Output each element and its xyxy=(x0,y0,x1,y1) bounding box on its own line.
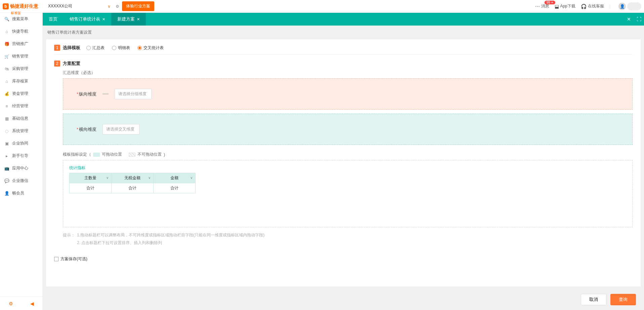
close-icon[interactable]: ✕ xyxy=(137,17,140,22)
metrics-panel: 统计指标 主数量 ∨ 无税金额 ∨ 金额 ∨ xyxy=(63,160,633,227)
tab-new-plan[interactable]: 新建方案 ✕ xyxy=(111,13,146,26)
sidebar-item-label: 库存核算 xyxy=(12,78,28,84)
sidebar-item-sales-manage[interactable]: 🛒销售管理 xyxy=(0,50,42,63)
swatch-not-draggable xyxy=(129,153,135,157)
vertical-dim-label: *纵向维度 xyxy=(77,91,96,97)
tab-sales-order-stats[interactable]: 销售订单统计表 ✕ xyxy=(64,13,111,26)
sidebar-item-label: 系统管理 xyxy=(12,128,28,134)
sidebar-item-member[interactable]: 👤畅会员 xyxy=(0,187,42,199)
tab-home[interactable]: 首页 xyxy=(43,13,64,26)
radio-icon xyxy=(86,46,91,50)
basic-info-icon: ▦ xyxy=(4,116,9,121)
sidebar-item-app-center[interactable]: 📺应用中心 xyxy=(0,162,42,175)
tips-block: 提示： 1.拖动标题栏可以调整布局，不可跨维度或指标区域拖动栏目字段(只能在同一… xyxy=(63,231,633,247)
sidebar-item-label: 经营管理 xyxy=(12,103,28,109)
vertical-dim-input[interactable]: 请选择分组维度 xyxy=(115,89,152,99)
radio-icon xyxy=(137,46,142,50)
gear-icon[interactable]: ⚙ xyxy=(116,4,119,9)
member-icon: 👤 xyxy=(4,191,9,196)
close-icon[interactable]: ✕ xyxy=(102,17,105,22)
company-selector[interactable]: XXXXXX公司 ∨ xyxy=(46,2,113,10)
logo-area[interactable]: b 畅捷通好生意 标准版 xyxy=(3,3,43,9)
sidebar-item-label: 基础信息 xyxy=(12,116,28,121)
sidebar-item-enterprise-wechat[interactable]: 💬企业微信 xyxy=(0,175,42,187)
sidebar-item-label: 快捷导航 xyxy=(12,29,28,34)
collapse-icon[interactable]: ◀ xyxy=(30,301,34,306)
app-download-link[interactable]: ⬓ App下载 xyxy=(555,3,575,9)
separator-line xyxy=(103,94,109,94)
radio-cross[interactable]: 交叉统计表 xyxy=(137,45,164,51)
download-icon: ⬓ xyxy=(555,4,559,9)
sidebar-item-inventory[interactable]: ⌂库存核算 xyxy=(0,75,42,87)
fund-manage-icon: 💰 xyxy=(4,91,9,96)
messages-link[interactable]: ⋯ 消息 99 + xyxy=(535,3,549,9)
sidebar-item-label: 企业协同 xyxy=(12,141,28,146)
sidebar-item-search-menu[interactable]: 🔍搜索菜单 xyxy=(0,13,42,25)
sidebar-item-purchase-manage[interactable]: 🛍采购管理 xyxy=(0,63,42,75)
sidebar-item-newbie-guide[interactable]: ▸新手引导 xyxy=(0,150,42,162)
quick-nav-icon: ⌂ xyxy=(4,29,9,34)
metric-col-amount[interactable]: 金额 ∨ xyxy=(154,173,196,183)
radio-summary-label: 汇总表 xyxy=(92,45,105,51)
chevron-down-icon[interactable]: ∨ xyxy=(106,176,109,180)
headset-icon: 🎧 xyxy=(581,4,587,9)
sales-manage-icon: 🛒 xyxy=(4,54,9,59)
chevron-down-icon: ∨ xyxy=(108,4,111,9)
query-button[interactable]: 查询 xyxy=(610,294,636,305)
user-menu[interactable] xyxy=(627,2,641,10)
sidebar-item-fund-manage[interactable]: 💰资金管理 xyxy=(0,87,42,100)
metric-col-primary-qty[interactable]: 主数量 ∨ xyxy=(70,173,112,183)
legend-close: ) xyxy=(164,152,165,157)
app-download-label: App下载 xyxy=(560,3,575,9)
sidebar-item-label: 销售管理 xyxy=(12,53,28,59)
radio-summary[interactable]: 汇总表 xyxy=(86,45,105,51)
avatar-icon[interactable]: 👤 xyxy=(618,3,626,10)
save-plan-checkbox[interactable] xyxy=(54,257,58,261)
newbie-guide-icon: ▸ xyxy=(4,154,9,158)
vertical-dimension-panel: *纵向维度 请选择分组维度 xyxy=(63,78,633,110)
fullscreen-button[interactable]: ⛶ xyxy=(634,16,644,22)
horizontal-dim-input[interactable]: 请选择交叉维度 xyxy=(103,124,139,134)
sidebar-item-basic-info[interactable]: ▦基础信息 xyxy=(0,112,42,125)
settings-icon[interactable]: ⚙ xyxy=(9,301,13,306)
enterprise-collab-icon: ▣ xyxy=(4,141,9,146)
biz-manage-icon: ≡ xyxy=(4,104,9,109)
app-center-icon: 📺 xyxy=(4,166,9,171)
sidebar-item-biz-manage[interactable]: ≡经营管理 xyxy=(0,100,42,112)
sidebar-item-label: 采购管理 xyxy=(12,66,28,72)
table-row: 合计 合计 合计 xyxy=(70,183,196,193)
radio-detail[interactable]: 明细表 xyxy=(112,45,130,51)
sidebar-item-enterprise-collab[interactable]: ▣企业协同 xyxy=(0,137,42,150)
step2-badge: 2 xyxy=(54,61,60,67)
sidebar-item-label: 企业微信 xyxy=(12,178,28,184)
try-industry-button[interactable]: 体验行业方案 xyxy=(122,1,154,11)
inventory-icon: ⌂ xyxy=(4,79,9,84)
chevron-down-icon[interactable]: ∨ xyxy=(148,176,151,180)
metric-col-untaxed-amount[interactable]: 无税金额 ∨ xyxy=(112,173,154,183)
online-service-link[interactable]: 🎧 在线客服 xyxy=(581,3,604,9)
cancel-button[interactable]: 取消 xyxy=(581,294,606,305)
metric-total-cell: 合计 xyxy=(154,183,196,193)
sidebar-item-marketing[interactable]: 🎁营销推广 xyxy=(0,38,42,50)
logo-subtitle: 标准版 xyxy=(11,11,21,15)
tip-line-1: 1.拖动标题栏可以调整布局，不可跨维度或指标区域拖动栏目字段(只能在同一维度或指… xyxy=(77,231,265,239)
system-manage-icon: ◌ xyxy=(4,129,9,133)
legend-row: 模板指标设定（ 可拖动位置 不可拖动位置 ) xyxy=(63,152,633,157)
sidebar-item-quick-nav[interactable]: ⌂快捷导航 xyxy=(0,25,42,38)
chevron-down-icon[interactable]: ∨ xyxy=(190,176,193,180)
tab-close-all-button[interactable]: ✕ xyxy=(624,16,634,22)
step1-title: 选择模板 xyxy=(63,45,80,51)
metrics-title: 统计指标 xyxy=(69,165,626,171)
legend-nodrag-label: 不可拖动位置 xyxy=(137,152,162,157)
summary-dim-label: 汇总维度（必选） xyxy=(63,70,633,76)
tabs-bar: 首页 销售订单统计表 ✕ 新建方案 ✕ ✕ ⛶ xyxy=(43,13,644,26)
enterprise-wechat-icon: 💬 xyxy=(4,179,9,183)
marketing-icon: 🎁 xyxy=(4,42,9,46)
sidebar-item-system-manage[interactable]: ◌系统管理 xyxy=(0,125,42,137)
sidebar-item-label: 畅会员 xyxy=(12,190,24,196)
sidebar: 🔍搜索菜单⌂快捷导航🎁营销推广🛒销售管理🛍采购管理⌂库存核算💰资金管理≡经营管理… xyxy=(0,13,43,310)
messages-badge: 99 + xyxy=(545,1,555,4)
metric-total-cell: 合计 xyxy=(70,183,112,193)
message-icon: ⋯ xyxy=(535,4,540,9)
step1-badge: 1 xyxy=(54,45,60,51)
